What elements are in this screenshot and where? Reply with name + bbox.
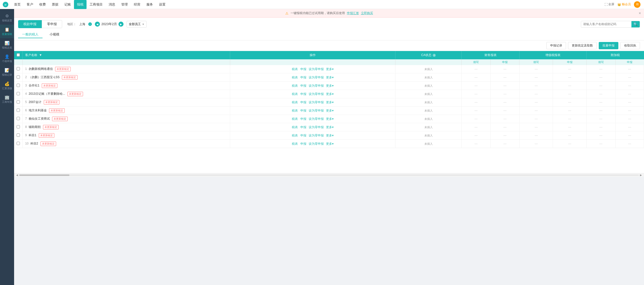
sub-tab-general[interactable]: 一般的税人	[18, 31, 43, 38]
sidebar-item-annual[interactable]: 🏢 工商年报	[0, 92, 14, 106]
op-more[interactable]: 更多▾	[326, 109, 334, 112]
staff-select[interactable]: 全部员工 ▼	[127, 21, 147, 28]
status-tag[interactable]: 未更新核定	[55, 67, 71, 71]
op-more[interactable]: 更多▾	[326, 125, 334, 129]
op-zero-declare[interactable]: 设为零申报	[309, 142, 324, 146]
status-tag[interactable]: 未更新核定	[62, 75, 77, 80]
sidebar-item-settlement[interactable]: 💰 汇算清缴	[0, 79, 14, 92]
op-declare[interactable]: 申报	[300, 109, 306, 112]
op-declare[interactable]: 申报	[300, 117, 306, 121]
op-more[interactable]: 更多▾	[326, 134, 334, 137]
row-checkbox-4[interactable]	[17, 100, 20, 104]
sidebar-item-personal-tax[interactable]: 👤 个税申报	[0, 52, 14, 65]
op-zero-declare[interactable]: 设为零申报	[309, 76, 324, 79]
op-more[interactable]: 更多▾	[326, 101, 334, 104]
logo[interactable]: 财	[2, 1, 10, 9]
op-more[interactable]: 更多▾	[326, 92, 334, 96]
status-tag[interactable]: 未更新核定	[49, 108, 65, 113]
nav-item-fee[interactable]: 收费	[36, 0, 49, 9]
fullscreen-btn[interactable]: ⛶ 全屏	[605, 2, 614, 7]
nav-item-manage[interactable]: 管理	[118, 0, 131, 9]
batch-declare-btn[interactable]: 批量申报	[599, 42, 618, 49]
op-declare[interactable]: 申报	[300, 67, 306, 71]
tab-zero-declare[interactable]: 零申报	[42, 20, 62, 28]
op-declare[interactable]: 申报	[300, 76, 306, 79]
op-tax-table[interactable]: 税表	[292, 109, 298, 112]
sort-icon[interactable]: ▼	[39, 53, 42, 57]
row-checkbox-8[interactable]	[17, 133, 20, 137]
sub-tab-small[interactable]: 小规模	[46, 31, 63, 38]
notice-close-btn[interactable]: ×	[639, 11, 641, 16]
status-tag[interactable]: 未更新核定	[44, 100, 59, 105]
op-tax-table[interactable]: 税表	[292, 67, 298, 71]
op-zero-declare[interactable]: 设为零申报	[309, 101, 324, 104]
status-tag[interactable]: 未更新核定	[67, 92, 83, 96]
ca-info-icon[interactable]: i	[433, 54, 436, 57]
status-tag[interactable]: 未更新核定	[41, 141, 56, 146]
nav-item-service[interactable]: 服务	[143, 0, 156, 9]
scroll-track[interactable]	[19, 174, 639, 176]
status-tag[interactable]: 未更新核定	[42, 83, 57, 88]
op-tax-table[interactable]: 税表	[292, 92, 298, 96]
op-more[interactable]: 更多▾	[326, 142, 334, 146]
scroll-right-btn[interactable]: ▶	[639, 174, 643, 176]
op-more[interactable]: 更多▾	[326, 76, 334, 79]
row-checkbox-0[interactable]	[17, 67, 20, 70]
nav-item-invoice[interactable]: 票据	[49, 0, 61, 9]
op-tax-table[interactable]: 税表	[292, 84, 298, 87]
op-tax-table[interactable]: 税表	[292, 134, 298, 137]
op-more[interactable]: 更多▾	[326, 117, 334, 121]
row-checkbox-7[interactable]	[17, 125, 20, 128]
row-checkbox-2[interactable]	[17, 84, 20, 87]
status-tag[interactable]: 未更新核定	[52, 117, 68, 121]
op-tax-table[interactable]: 税表	[292, 76, 298, 79]
nav-item-home[interactable]: 首页	[11, 0, 24, 9]
row-checkbox-1[interactable]	[17, 75, 20, 79]
sidebar-item-records[interactable]: 📝 报税记录	[0, 65, 14, 79]
op-zero-declare[interactable]: 设为零申报	[309, 92, 324, 96]
op-declare[interactable]: 申报	[300, 142, 306, 146]
op-declare[interactable]: 申报	[300, 101, 306, 104]
op-tax-table[interactable]: 税表	[292, 125, 298, 129]
region-info-icon[interactable]: i	[88, 22, 92, 26]
op-tax-table[interactable]: 税表	[292, 117, 298, 121]
op-zero-declare[interactable]: 设为零申报	[309, 125, 324, 129]
notice-link1[interactable]: 申报汇签	[347, 11, 359, 15]
collect-receipt-btn[interactable]: 收取回执	[620, 42, 640, 49]
nav-item-client[interactable]: 客户	[24, 0, 36, 9]
date-prev-btn[interactable]: ◀	[95, 22, 100, 27]
date-next-btn[interactable]: ▶	[118, 22, 124, 27]
nav-item-account[interactable]: 记账	[61, 0, 74, 9]
nav-item-tax[interactable]: 报税	[74, 0, 87, 9]
op-more[interactable]: 更多▾	[326, 67, 334, 71]
row-checkbox-6[interactable]	[17, 117, 20, 120]
update-stats-btn[interactable]: 更新统定及取数	[568, 42, 597, 49]
op-zero-declare[interactable]: 设为零申报	[309, 134, 324, 137]
sidebar-item-tax-settings[interactable]: ⚙ 报税设置	[0, 11, 14, 25]
select-all-checkbox[interactable]	[17, 53, 20, 57]
status-tag[interactable]: 未更新核定	[39, 133, 54, 138]
nav-item-operation[interactable]: 经营	[131, 0, 143, 9]
op-tax-table[interactable]: 税表	[292, 101, 298, 104]
op-declare[interactable]: 申报	[300, 92, 306, 96]
sidebar-item-overview[interactable]: 📊 报税总览	[0, 38, 14, 52]
status-tag[interactable]: 未更新核定	[43, 125, 59, 129]
nav-item-business[interactable]: 工商项目	[87, 0, 106, 9]
op-zero-declare[interactable]: 设为零申报	[309, 84, 324, 87]
row-checkbox-9[interactable]	[17, 142, 20, 145]
op-declare[interactable]: 申报	[300, 134, 306, 137]
op-declare[interactable]: 申报	[300, 84, 306, 87]
avatar[interactable]: 用	[634, 1, 640, 8]
notice-link2[interactable]: 立即购买	[361, 11, 373, 15]
search-input[interactable]	[581, 21, 631, 27]
tab-tax-declare[interactable]: 税款申报	[18, 20, 42, 28]
nav-item-settings[interactable]: 设置	[156, 0, 169, 9]
declare-record-btn[interactable]: 申报记录	[546, 42, 566, 49]
nav-item-message[interactable]: 消息	[106, 0, 118, 9]
sidebar-item-batch-tax[interactable]: 📋 批量报税	[0, 25, 14, 38]
scroll-left-btn[interactable]: ◀	[15, 174, 19, 176]
op-zero-declare[interactable]: 设为零申报	[309, 109, 324, 112]
op-tax-table[interactable]: 税表	[292, 142, 298, 146]
vip-btn[interactable]: 👑 畅会员	[617, 2, 631, 7]
op-declare[interactable]: 申报	[300, 125, 306, 129]
